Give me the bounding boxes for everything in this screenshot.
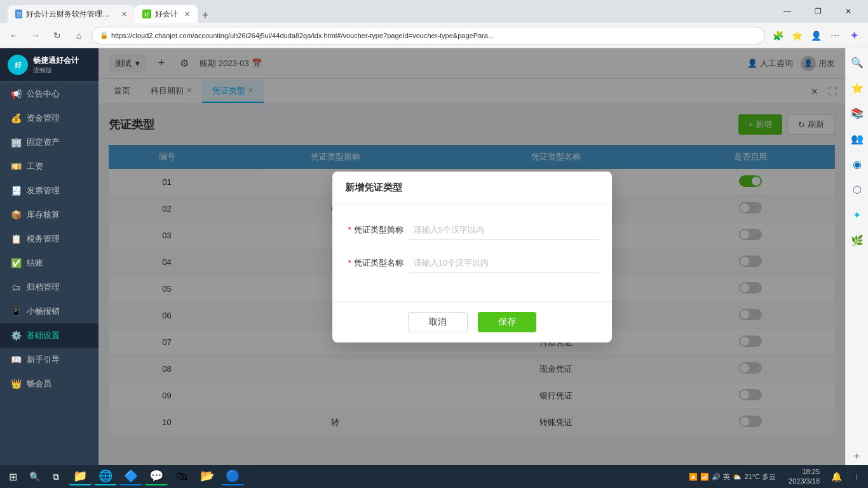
- sidebar-item-settings-label: 基础设置: [27, 330, 60, 341]
- member-icon: 👑: [10, 378, 22, 390]
- sidebar-item-checkout[interactable]: ✅ 结账: [0, 251, 98, 275]
- right-search-button[interactable]: 🔍: [848, 53, 866, 71]
- date-display: 2023/3/18: [789, 477, 820, 486]
- fixed-assets-icon: 🏢: [10, 137, 22, 148]
- modal-footer: 取消 保存: [332, 301, 612, 342]
- taskbar-edge[interactable]: 🔷: [119, 468, 142, 485]
- address-bar: ← → ↻ ⌂ 🔒 https://cloud2.chanjet.com/acc…: [0, 23, 868, 48]
- sidebar-item-settings[interactable]: ⚙️ 基础设置: [0, 323, 98, 348]
- right-plus-button[interactable]: +: [848, 447, 866, 465]
- search-sidebar-icon[interactable]: ✦: [845, 27, 863, 44]
- modal-body: 凭证类型简称 凭证类型名称: [332, 205, 612, 301]
- modal-overlay: 新增凭证类型 凭证类型简称 凭证类型名称 取消 保存: [98, 48, 845, 465]
- browser-tab-2[interactable]: 好 好会计 ✕: [135, 5, 198, 23]
- sidebar-item-payroll[interactable]: 💴 工资: [0, 154, 98, 179]
- reload-button[interactable]: ↻: [48, 27, 66, 44]
- sidebar-item-archive-label: 归档管理: [27, 281, 60, 293]
- save-button[interactable]: 保存: [478, 312, 536, 332]
- sidebar-item-fixed-assets[interactable]: 🏢 固定资产: [0, 130, 98, 154]
- sidebar-item-guide-label: 新手引导: [27, 354, 60, 365]
- abbr-input[interactable]: [409, 220, 599, 240]
- profile-icon[interactable]: 👤: [807, 27, 825, 44]
- sidebar-item-guide[interactable]: 📖 新手引导: [0, 348, 98, 372]
- taskbar-chevron-icon[interactable]: 🔼: [689, 473, 698, 481]
- taskbar: ⊞ 🔍 ⧉ 📁 🌐 🔷 💬 🛍 📂 🔵 🔼 📶 🔊 英 ⛅ 21°C 多云 18…: [0, 465, 868, 488]
- logo-text-container: 畅捷通好会计 流畅版: [33, 55, 79, 75]
- browser-win-controls: — ❐ ✕: [773, 0, 863, 23]
- checkout-icon: ✅: [10, 257, 22, 269]
- invoice-icon: 🧾: [10, 185, 22, 196]
- sidebar-item-inventory-label: 库存核算: [27, 209, 60, 220]
- name-field: 凭证类型名称: [345, 253, 599, 273]
- sidebar-item-expense[interactable]: 📱 小畅报销: [0, 299, 98, 323]
- taskbar-files[interactable]: 📂: [196, 468, 219, 485]
- browser-tab-1[interactable]: 云 好会计云财务软件管理系统_会计 ✕: [8, 5, 135, 23]
- sidebar-item-capital-label: 资金管理: [27, 112, 60, 124]
- sidebar-item-capital[interactable]: 💰 资金管理: [0, 106, 98, 130]
- start-button[interactable]: ⊞: [3, 468, 23, 485]
- extensions-icon[interactable]: 🧩: [769, 27, 787, 44]
- taskbar-lang-icon[interactable]: 英: [723, 472, 730, 482]
- sidebar-item-archive[interactable]: 🗂 归档管理: [0, 275, 98, 299]
- new-tab-button[interactable]: +: [198, 8, 213, 23]
- sidebar-item-tax[interactable]: 📋 税务管理: [0, 227, 98, 251]
- tab-favicon-1: 云: [15, 10, 22, 18]
- sidebar-item-announcement[interactable]: 📢 公告中心: [0, 82, 98, 106]
- modal-header: 新增凭证类型: [332, 172, 612, 205]
- sidebar-item-member[interactable]: 👑 畅会员: [0, 372, 98, 396]
- sidebar-item-invoice-label: 发票管理: [27, 185, 60, 196]
- right-outlook-button[interactable]: ◉: [848, 155, 866, 173]
- archive-icon: 🗂: [10, 281, 22, 293]
- taskbar-wechat[interactable]: 💬: [145, 468, 168, 485]
- settings-nav-icon: ⚙️: [10, 330, 22, 341]
- home-button[interactable]: ⌂: [70, 27, 88, 44]
- browser-maximize-button[interactable]: ❐: [803, 0, 832, 23]
- sidebar-item-checkout-label: 结账: [27, 257, 43, 269]
- right-collection-button[interactable]: 📚: [848, 104, 866, 122]
- sidebar-item-tax-label: 税务管理: [27, 233, 60, 245]
- browser-close-button[interactable]: ✕: [834, 0, 863, 23]
- show-desktop-button[interactable]: |: [848, 468, 865, 485]
- notification-button[interactable]: 🔔: [827, 468, 845, 485]
- announcement-icon: 📢: [10, 88, 22, 100]
- tab-title-2: 好会计: [155, 9, 178, 20]
- browser-toolbar: 🧩 ⭐ 👤 ⋯ ✦: [769, 27, 863, 44]
- right-star-button[interactable]: ⭐: [848, 79, 866, 97]
- right-teams-button[interactable]: ⬡: [848, 180, 866, 198]
- taskbar-explorer[interactable]: 📁: [69, 468, 92, 485]
- right-leaf-button[interactable]: 🌿: [848, 231, 866, 249]
- tab-close-1[interactable]: ✕: [121, 10, 127, 18]
- right-user-button[interactable]: 👥: [848, 130, 866, 147]
- payroll-icon: 💴: [10, 161, 22, 172]
- logo-subtitle: 流畅版: [33, 66, 79, 75]
- tab-close-2[interactable]: ✕: [184, 10, 190, 18]
- abbr-label: 凭证类型简称: [345, 224, 409, 236]
- bookmark-icon[interactable]: ⭐: [788, 27, 806, 44]
- guide-icon: 📖: [10, 354, 22, 365]
- forward-button[interactable]: →: [27, 27, 44, 44]
- settings-icon[interactable]: ⋯: [826, 27, 844, 44]
- logo-title: 畅捷通好会计: [33, 55, 79, 66]
- back-button[interactable]: ←: [5, 27, 23, 44]
- name-input[interactable]: [409, 253, 599, 273]
- tab-title-1: 好会计云财务软件管理系统_会计: [26, 9, 115, 20]
- taskbar-edge2[interactable]: 🔵: [221, 468, 244, 485]
- url-bar[interactable]: 🔒 https://cloud2.chanjet.com/accounting/…: [92, 27, 765, 44]
- right-app-button[interactable]: ✦: [848, 206, 866, 224]
- task-view-button[interactable]: ⧉: [46, 468, 66, 485]
- taskbar-store[interactable]: 🛍: [170, 468, 193, 485]
- taskbar-chrome[interactable]: 🌐: [94, 468, 117, 485]
- sidebar-item-expense-label: 小畅报销: [27, 306, 60, 317]
- browser-minimize-button[interactable]: —: [773, 0, 802, 23]
- cancel-button[interactable]: 取消: [408, 312, 468, 332]
- sidebar-item-invoice[interactable]: 🧾 发票管理: [0, 179, 98, 203]
- lock-icon: 🔒: [100, 31, 109, 39]
- taskbar-search-button[interactable]: 🔍: [25, 468, 43, 485]
- taskbar-volume-icon[interactable]: 🔊: [712, 473, 721, 481]
- browser-title-bar: 云 好会计云财务软件管理系统_会计 ✕ 好 好会计 ✕ + — ❐ ✕: [0, 0, 868, 23]
- sidebar-item-inventory[interactable]: 📦 库存核算: [0, 203, 98, 227]
- sidebar-item-member-label: 畅会员: [27, 378, 51, 390]
- tax-icon: 📋: [10, 233, 22, 245]
- inventory-icon: 📦: [10, 209, 22, 220]
- capital-icon: 💰: [10, 112, 22, 124]
